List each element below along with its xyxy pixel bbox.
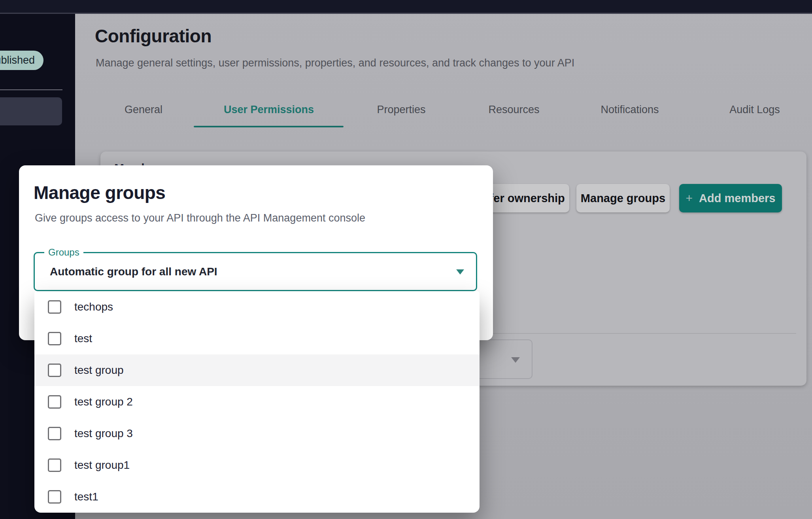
dropdown-caret-icon: [456, 269, 464, 275]
tab-bar: GeneralUser PermissionsPropertiesResourc…: [0, 104, 812, 119]
modal-title: Manage groups: [34, 182, 165, 203]
group-option[interactable]: test group1: [34, 449, 480, 481]
tab-general[interactable]: General: [125, 104, 162, 116]
tab-audit-logs[interactable]: Audit Logs: [729, 104, 780, 116]
group-option-label: test group 2: [74, 396, 133, 408]
app-window: ublished Configuration Manage general se…: [0, 0, 812, 519]
chevron-down-icon: [511, 357, 520, 363]
active-tab-underline: [194, 126, 344, 127]
group-option-label: test group 3: [74, 427, 133, 440]
group-option[interactable]: test: [34, 323, 480, 354]
checkbox[interactable]: [48, 300, 61, 314]
add-members-button[interactable]: + Add members: [679, 184, 782, 212]
checkbox[interactable]: [48, 490, 61, 504]
manage-groups-button[interactable]: Manage groups: [576, 184, 670, 212]
group-option-label: test group1: [74, 459, 130, 472]
sidebar-item-selected[interactable]: [0, 97, 62, 125]
tab-resources[interactable]: Resources: [488, 104, 539, 116]
group-option[interactable]: techops: [34, 291, 480, 323]
group-option[interactable]: test group: [34, 354, 480, 386]
sidebar-divider: [0, 89, 62, 90]
groups-field-value: Automatic group for all new API: [50, 253, 217, 290]
group-option[interactable]: test group 2: [34, 386, 480, 418]
group-option-label: test group: [74, 364, 124, 377]
tab-notifications[interactable]: Notifications: [601, 104, 659, 116]
group-option[interactable]: test group 3: [34, 418, 480, 449]
page-title: Configuration: [95, 25, 211, 47]
add-members-label: Add members: [699, 192, 775, 205]
group-options-list: techopstesttest grouptest group 2test gr…: [34, 291, 480, 513]
checkbox[interactable]: [48, 332, 61, 345]
tab-user-permissions[interactable]: User Permissions: [224, 104, 314, 116]
group-option-label: techops: [74, 301, 113, 313]
group-option[interactable]: test1: [34, 481, 480, 513]
groups-combobox[interactable]: Groups Automatic group for all new API: [34, 252, 477, 291]
modal-subtitle: Give groups access to your API through t…: [35, 212, 365, 224]
top-bar: [0, 0, 812, 14]
status-badge: ublished: [0, 51, 43, 70]
page-subtitle: Manage general settings, user permission…: [96, 57, 574, 69]
checkbox[interactable]: [48, 427, 61, 440]
checkbox[interactable]: [48, 364, 61, 377]
group-option-label: test: [74, 332, 92, 345]
checkbox[interactable]: [48, 395, 61, 409]
checkbox[interactable]: [48, 458, 61, 472]
tab-properties[interactable]: Properties: [377, 104, 425, 116]
group-option-label: test1: [74, 491, 98, 503]
plus-icon: +: [686, 192, 693, 204]
